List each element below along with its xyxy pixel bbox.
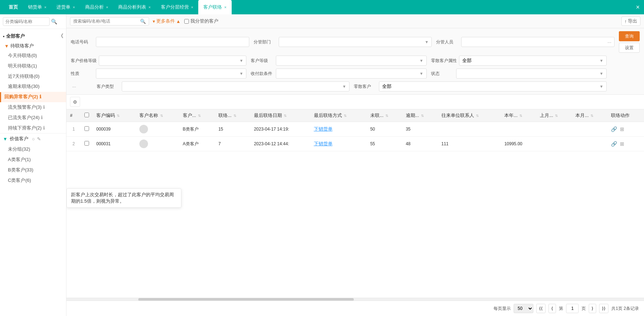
all-customers-header[interactable]: ▪ 全部客户 《 xyxy=(0,31,66,41)
more-conditions-btn[interactable]: ▾ 更多条件 ▲ xyxy=(153,18,181,24)
repurchase-info-icon: ℹ xyxy=(40,93,41,101)
per-page-select[interactable]: 50 20 100 xyxy=(514,304,533,313)
table-settings-btn[interactable]: ⚙ xyxy=(70,97,80,107)
cell-last-method-2: 下销货单 xyxy=(310,137,367,151)
filter-dots-field: ··· xyxy=(71,84,92,89)
close-window-btn[interactable]: × xyxy=(636,4,640,10)
sidebar-search-input[interactable] xyxy=(3,17,50,26)
sidebar-collapse-btn[interactable]: 《 xyxy=(58,33,63,39)
filter-nature-select[interactable]: ▼ xyxy=(96,69,246,79)
settings-btn[interactable]: 设置 xyxy=(619,43,640,53)
select-all-checkbox[interactable] xyxy=(84,113,89,117)
filter-phone-input[interactable] xyxy=(96,37,249,47)
nav-analysis[interactable]: 商品分析 × xyxy=(80,0,113,14)
sidebar-search-button[interactable]: 🔍 xyxy=(51,19,57,24)
sidebar-item-7days[interactable]: 近7天待联络(0) xyxy=(0,71,66,82)
cell-name-1 xyxy=(136,122,179,137)
col-code-sort[interactable]: ⇅ xyxy=(117,114,120,118)
last-method-link-1[interactable]: 下销货单 xyxy=(314,126,333,132)
col-uncontacted-sort[interactable]: ⇅ xyxy=(385,114,388,118)
col-name-sort[interactable]: ⇅ xyxy=(160,114,163,118)
filter-field-retail-attr: 零散客户属性 全部 ▼ xyxy=(431,56,607,66)
close-customer-seg-tab[interactable]: × xyxy=(191,5,193,9)
page-input[interactable] xyxy=(566,304,579,313)
first-page-btn[interactable]: ⟨⟨ xyxy=(536,304,546,313)
filter-payment-select[interactable]: ▼ xyxy=(276,69,426,79)
next-page-btn[interactable]: ⟩ xyxy=(589,304,596,313)
col-type-sort[interactable]: ⇅ xyxy=(198,114,201,118)
close-customer-contact-tab[interactable]: × xyxy=(224,5,226,9)
col-contacts-person-sort[interactable]: ⇅ xyxy=(476,114,479,118)
query-btn[interactable]: 查询 xyxy=(619,31,640,41)
person-dots[interactable]: ··· xyxy=(607,39,611,45)
sidebar-item-overdue[interactable]: 逾期未联络(30) xyxy=(0,81,66,92)
export-icon: ↑ xyxy=(625,19,627,24)
sidebar-item-repurchase-abnormal[interactable]: 回购异常客户(2) ℹ xyxy=(0,92,66,102)
pending-section[interactable]: ▼ 待联络客户 xyxy=(0,41,66,51)
filter-search-input[interactable] xyxy=(73,19,140,24)
filter-person-select[interactable]: ··· xyxy=(461,37,615,47)
col-last-date-sort[interactable]: ⇅ xyxy=(284,114,287,118)
action-link-icon-1[interactable]: 🔗 xyxy=(611,126,617,132)
sidebar-item-b-class[interactable]: B类客户(33) xyxy=(0,165,66,175)
col-code: 客户编码 ⇅ xyxy=(93,109,136,122)
action-link-icon-2[interactable]: 🔗 xyxy=(611,141,617,147)
sidebar-item-tomorrow[interactable]: 明天待联络(1) xyxy=(0,61,66,71)
col-last-method-sort[interactable]: ⇅ xyxy=(344,114,347,118)
nav-sales[interactable]: 销货单 × xyxy=(23,0,51,14)
my-customer-checkbox[interactable] xyxy=(184,19,189,24)
nav-analysis-list[interactable]: 商品分析列表 × xyxy=(113,0,156,14)
sidebar-tree: ▪ 全部客户 《 ▼ 待联络客户 今天待联络(0) 明天待联络(1) 近7天待联… xyxy=(0,29,66,316)
filter-customer-level-select[interactable]: ▼ xyxy=(276,56,426,66)
sidebar-item-declining[interactable]: 持续下滑客户(2) ℹ xyxy=(0,123,66,133)
pagination: 每页显示 50 20 100 ⟨⟨ ⟨ 第 页 ⟩ ⟩⟩ 共1页 2条记录 xyxy=(66,301,644,316)
col-last-month-sort[interactable]: ⇅ xyxy=(555,114,558,118)
close-analysis-list-tab[interactable]: × xyxy=(148,5,150,9)
sidebar-item-lost[interactable]: 已流失客户(24) ℹ xyxy=(0,113,66,123)
filter-price-level-select[interactable]: ▼ xyxy=(99,56,246,66)
export-btn[interactable]: ↑ 导出 xyxy=(621,16,641,26)
col-contacts-person-label: 往来单位联系人 xyxy=(441,113,474,118)
horizontal-scrollbar[interactable] xyxy=(66,298,644,301)
pending-arrow: ▼ xyxy=(4,43,9,49)
close-sales-tab[interactable]: × xyxy=(44,5,46,9)
nav-customer-contact[interactable]: 客户联络 × xyxy=(198,0,231,14)
filter-customer-type-select[interactable]: ▼ xyxy=(122,81,349,91)
col-contact-count-sort[interactable]: ⇅ xyxy=(233,114,236,118)
col-this-month: 本月... ⇅ xyxy=(572,109,607,122)
row-checkbox-1[interactable] xyxy=(84,126,89,131)
filter-retail-customer-select[interactable]: 全部 ▼ xyxy=(379,81,607,91)
sidebar-item-c-class[interactable]: C类客户(6) xyxy=(0,175,66,186)
nav-customer-seg[interactable]: 客户分层经营 × xyxy=(156,0,198,14)
close-purchase-tab[interactable]: × xyxy=(73,5,75,9)
col-this-month-sort[interactable]: ⇅ xyxy=(590,114,593,118)
cell-last-date-1: 2023-04-17 14:19: xyxy=(250,122,310,137)
cell-this-year-2: 10995.00 xyxy=(501,137,536,151)
row-checkbox-2[interactable] xyxy=(84,141,89,146)
filter-status-select[interactable]: ▼ xyxy=(456,69,607,79)
last-method-link-2[interactable]: 下销货单 xyxy=(314,141,333,146)
filter-dept-select[interactable]: ▼ xyxy=(279,37,432,47)
col-num: # xyxy=(66,109,81,122)
action-grid-icon-2[interactable]: ⊞ xyxy=(620,141,624,147)
sidebar-item-lost-warning[interactable]: 流失预警客户(3) ℹ xyxy=(0,102,66,113)
filter-status-label: 状态 xyxy=(431,71,456,77)
sidebar-item-a-class[interactable]: A类客户(1) xyxy=(0,155,66,165)
sidebar-item-today[interactable]: 今天待联络(0) xyxy=(0,51,66,61)
prev-page-btn[interactable]: ⟨ xyxy=(548,304,556,313)
value-section-edit-icon[interactable]: ○ xyxy=(32,136,35,142)
sidebar-item-ungroup[interactable]: 未分组(32) xyxy=(0,144,66,155)
cell-uncontacted-2: 55 xyxy=(367,137,402,151)
col-overdue-sort[interactable]: ⇅ xyxy=(421,114,424,118)
col-this-year-sort[interactable]: ⇅ xyxy=(519,114,522,118)
nav-home[interactable]: 首页 xyxy=(4,0,23,14)
value-section-edit2-icon[interactable]: ✎ xyxy=(37,136,41,142)
my-customer-filter[interactable]: 我分管的客户 xyxy=(184,18,218,24)
filter-row4-dots[interactable]: ··· xyxy=(72,84,76,89)
last-page-btn[interactable]: ⟩⟩ xyxy=(599,304,608,313)
close-analysis-tab[interactable]: × xyxy=(106,5,108,9)
nav-purchase[interactable]: 进货单 × xyxy=(51,0,80,14)
filter-row-1: 电话号码 分管部门 ▼ 分管人员 ··· xyxy=(71,31,640,53)
action-grid-icon-1[interactable]: ⊞ xyxy=(620,126,624,132)
filter-retail-attr-select[interactable]: 全部 ▼ xyxy=(459,56,607,66)
